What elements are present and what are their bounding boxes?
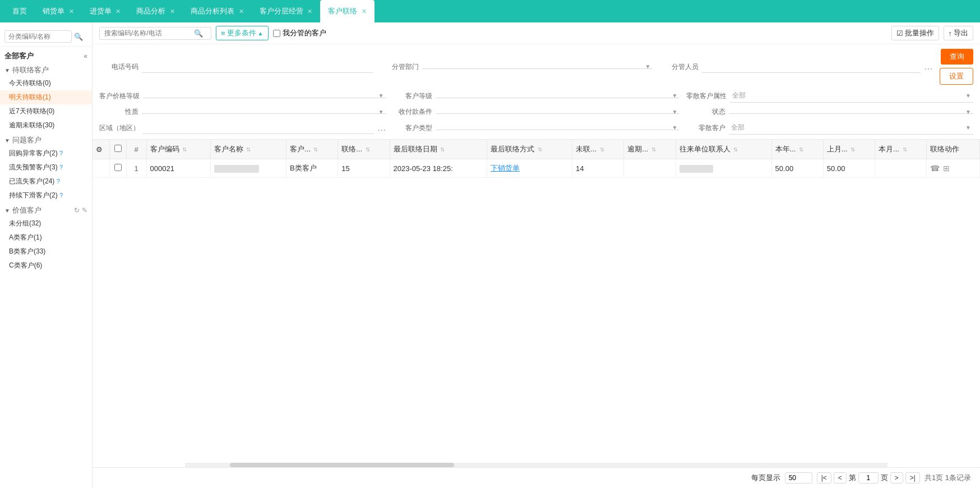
close-icon[interactable]: ✕ [307, 8, 312, 15]
manager-more-icon[interactable]: … [924, 62, 933, 72]
chevron-down-icon: ▼ [645, 63, 650, 70]
batch-op-btn[interactable]: ☑ 批量操作 [891, 26, 939, 40]
sidebar-item-tomorrow[interactable]: 明天待联络(1) [0, 90, 92, 104]
sidebar-item-overdue[interactable]: 逾期未联络(30) [0, 118, 92, 132]
sidebar-item-declining[interactable]: 持续下滑客户(2) ? [0, 188, 92, 202]
th-unit-contact[interactable]: 往来单位联系人 ⇅ [676, 140, 771, 159]
close-icon[interactable]: ✕ [69, 8, 74, 15]
phone-action-icon[interactable]: ☎ [930, 164, 940, 173]
nav-sales[interactable]: 销货单 ✕ [35, 0, 82, 22]
price-level-select[interactable]: ▼ [143, 94, 386, 98]
td-overdue-amount [624, 159, 676, 178]
query-button[interactable]: 查询 [941, 49, 973, 65]
td-checkbox[interactable] [109, 159, 126, 178]
th-last-contact-date[interactable]: 最后联络日期 ⇅ [390, 140, 487, 159]
last-page-btn[interactable]: >| [905, 472, 920, 484]
row-checkbox[interactable] [114, 164, 122, 171]
sidebar-group-pending[interactable]: ▼ 待联络客户 [0, 62, 92, 76]
payment-select[interactable]: ▼ [436, 110, 680, 114]
th-last-contact-method[interactable]: 最后联络方式 ⇅ [487, 140, 572, 159]
phone-input[interactable] [142, 61, 373, 73]
page-input[interactable] [858, 472, 879, 484]
nav-product-analysis[interactable]: 商品分析 ✕ [128, 0, 183, 22]
th-checkbox[interactable] [109, 140, 126, 159]
sidebar-item-7days[interactable]: 近7天待联络(0) [0, 104, 92, 118]
first-page-btn[interactable]: |< [817, 472, 831, 484]
close-icon[interactable]: ✕ [239, 8, 244, 15]
sort-icon: ⇅ [799, 146, 803, 153]
contact-blurred [679, 165, 713, 173]
scrollbar-thumb[interactable] [230, 463, 454, 467]
gender-select[interactable]: ▼ [142, 110, 386, 114]
th-this-year[interactable]: 本年... ⇅ [771, 140, 823, 159]
td-last-contact-method[interactable]: 下销货单 [487, 159, 572, 178]
info-icon[interactable]: ? [59, 164, 63, 171]
nav-customer-contact[interactable]: 客户联络 ✕ [320, 0, 375, 22]
arrow-icon: ▼ [4, 208, 10, 214]
search-icon[interactable]: 🔍 [194, 29, 203, 38]
edit-icon[interactable]: ✎ [82, 206, 87, 214]
status-field: 状态 ▼ [686, 107, 973, 117]
th-contact-count[interactable]: 联络... ⇅ [338, 140, 390, 159]
export-btn[interactable]: ↑ 导出 [944, 26, 974, 40]
close-icon[interactable]: ✕ [362, 8, 367, 15]
sidebar-item-today[interactable]: 今天待联络(0) [0, 76, 92, 90]
nav-customer-layered[interactable]: 客户分层经营 ✕ [252, 0, 321, 22]
info-icon[interactable]: ? [59, 192, 63, 199]
refresh-icon[interactable]: ↻ [74, 206, 80, 214]
close-icon[interactable]: ✕ [170, 8, 175, 15]
region-field: 区域（地区） … [99, 122, 386, 134]
select-all-checkbox[interactable] [114, 145, 122, 152]
sidebar-item-class-a[interactable]: A类客户(1) [0, 231, 92, 245]
my-customers-checkbox[interactable]: 我分管的客户 [273, 28, 326, 38]
th-last-month[interactable]: 上月... ⇅ [823, 140, 875, 159]
th-name[interactable]: 客户名称 ⇅ [210, 140, 286, 159]
th-settings[interactable]: ⚙ [93, 140, 109, 159]
nav-purchase[interactable]: 进货单 ✕ [82, 0, 129, 22]
sidebar-search-icon[interactable]: 🔍 [74, 33, 83, 41]
status-select[interactable]: ▼ [729, 110, 973, 114]
next-page-btn[interactable]: > [890, 472, 903, 484]
sidebar-all-customers[interactable]: 全部客户 « [0, 49, 92, 62]
dept-select[interactable]: ▼ [422, 65, 653, 69]
sidebar-item-class-c[interactable]: C类客户(6) [0, 259, 92, 273]
per-page-select[interactable]: 50 100 200 [785, 472, 812, 484]
last-contact-link[interactable]: 下销货单 [491, 164, 520, 172]
retail-attr-select[interactable]: 全部 ▼ [730, 89, 973, 103]
sidebar-group-value[interactable]: ▼ 价值客户 ↻ ✎ [0, 202, 92, 217]
sidebar-item-churn-warning[interactable]: 流失预警客户(3) ? [0, 160, 92, 174]
sidebar-item-churned[interactable]: 已流失客户(24) ? [0, 174, 92, 188]
customer-type-select[interactable]: ▼ [436, 126, 680, 130]
sidebar-item-abnormal[interactable]: 回购异常客户(2) ? [0, 146, 92, 160]
region-more-icon[interactable]: … [377, 123, 386, 133]
td-this-month [875, 159, 927, 178]
more-conditions-btn[interactable]: ≡ 更多条件 ▲ [216, 26, 269, 40]
info-icon[interactable]: ? [57, 178, 60, 185]
search-input[interactable] [104, 29, 194, 37]
chevron-up-icon: ▲ [258, 30, 264, 36]
info-icon[interactable]: ? [59, 150, 63, 156]
sidebar-item-ungrouped[interactable]: 未分组(32) [0, 217, 92, 231]
my-customers-check-input[interactable] [273, 30, 280, 37]
settings-button[interactable]: 设置 [940, 68, 973, 85]
manager-input[interactable] [702, 61, 921, 73]
sidebar-search-input[interactable] [4, 30, 72, 43]
sidebar-item-class-b[interactable]: B类客户(33) [0, 245, 92, 259]
grid-action-icon[interactable]: ⊞ [943, 164, 950, 173]
sidebar-group-problem[interactable]: ▼ 问题客户 [0, 132, 92, 146]
th-overdue-days[interactable]: 未联... ⇅ [572, 140, 624, 159]
prev-page-btn[interactable]: < [834, 472, 847, 484]
collapse-icon[interactable]: « [84, 52, 87, 60]
horizontal-scrollbar[interactable] [185, 463, 887, 467]
customer-level-field: 客户等级 ▼ [393, 91, 680, 101]
th-type[interactable]: 客户... ⇅ [286, 140, 338, 159]
customer-level-select[interactable]: ▼ [436, 94, 680, 98]
retail-customer-select[interactable]: 全部 ▼ [729, 121, 973, 135]
close-icon[interactable]: ✕ [115, 8, 121, 15]
region-input[interactable] [143, 122, 374, 134]
nav-product-analysis-list[interactable]: 商品分析列表 ✕ [183, 0, 252, 22]
th-code[interactable]: 客户编码 ⇅ [146, 140, 210, 159]
th-this-month[interactable]: 本月... ⇅ [875, 140, 927, 159]
nav-home[interactable]: 首页 [4, 0, 35, 22]
th-overdue-amount[interactable]: 逾期... ⇅ [624, 140, 676, 159]
